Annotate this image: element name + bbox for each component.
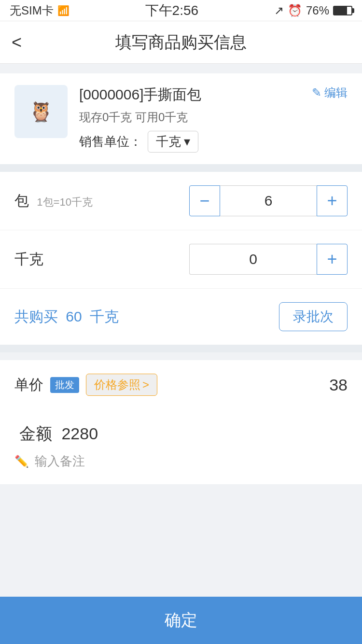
input-section: 包 1包=10千克 − + 千克 +: [0, 172, 362, 289]
wifi-icon: 📶: [57, 5, 70, 16]
kg-plus-button[interactable]: +: [317, 244, 348, 275]
unit-selector[interactable]: 千克 ▾: [148, 131, 198, 153]
battery-text: 76%: [306, 4, 329, 17]
total-text: 共购买 60 千克: [14, 307, 119, 327]
product-thumbnail: 🦉: [14, 85, 68, 138]
product-card: 🦉 [0000006]手撕面包 现存0千克 可用0千克 销售单位： 千克 ▾ ✎…: [0, 73, 362, 164]
product-name: [0000006]手撕面包: [79, 85, 348, 105]
nav-bar: < 填写商品购买信息: [0, 21, 362, 64]
carrier-text: 无SIM卡: [10, 3, 54, 18]
package-plus-button[interactable]: +: [317, 185, 348, 216]
confirm-button-label: 确定: [165, 609, 197, 631]
kg-row: 千克 +: [0, 230, 362, 289]
price-value: 38: [329, 376, 348, 394]
amount-row: 金额 2280: [14, 423, 348, 445]
product-stock: 现存0千克 可用0千克: [79, 110, 348, 125]
divider-1: [0, 164, 362, 172]
pifa-badge: 批发: [50, 377, 79, 393]
pencil-icon: ✏️: [14, 455, 29, 468]
kg-qty-control: +: [189, 244, 348, 275]
package-qty-control: − +: [189, 185, 348, 216]
unit-value: 千克: [156, 133, 181, 150]
package-qty-input[interactable]: [220, 185, 317, 216]
back-button[interactable]: <: [12, 32, 22, 53]
package-minus-button[interactable]: −: [189, 185, 220, 216]
unit-label: 销售单位：: [79, 133, 142, 150]
page-title: 填写商品购买信息: [115, 31, 247, 54]
divider-2: [0, 345, 362, 352]
alarm-icon: ⏰: [288, 4, 302, 17]
amount-section: 金额 2280 ✏️ 输入备注: [0, 409, 362, 484]
package-row: 包 1包=10千克 − +: [0, 172, 362, 230]
note-row[interactable]: ✏️ 输入备注: [14, 453, 348, 479]
price-ref-button[interactable]: 价格参照 >: [86, 374, 157, 396]
edit-button[interactable]: ✎ 编辑: [312, 85, 348, 100]
status-right: ↗ ⏰ 76%: [274, 4, 352, 17]
kg-qty-input[interactable]: [189, 244, 317, 275]
package-sub-label: 1包=10千克: [37, 196, 93, 208]
status-time: 下午2:56: [145, 1, 199, 20]
confirm-button[interactable]: 确定: [0, 597, 362, 644]
edit-icon: ✎: [312, 86, 321, 99]
amount-value: 2280: [61, 424, 98, 443]
product-info: [0000006]手撕面包 现存0千克 可用0千克 销售单位： 千克 ▾: [79, 85, 348, 153]
batch-button[interactable]: 录批次: [279, 302, 348, 331]
battery-icon: [333, 6, 352, 15]
location-icon: ↗: [274, 4, 284, 17]
total-row: 共购买 60 千克 录批次: [0, 289, 362, 345]
product-icon: 🦉: [29, 100, 53, 123]
price-ref-arrow: >: [142, 378, 149, 392]
note-placeholder: 输入备注: [35, 453, 85, 470]
kg-label: 千克: [14, 250, 189, 269]
status-bar: 无SIM卡 📶 下午2:56 ↗ ⏰ 76%: [0, 0, 362, 21]
package-label: 包 1包=10千克: [14, 191, 189, 211]
total-value: 60: [66, 308, 82, 324]
unit-dropdown-icon: ▾: [184, 134, 190, 149]
price-label: 单价 批发 价格参照 >: [14, 374, 157, 396]
product-unit-row: 销售单位： 千克 ▾: [79, 131, 348, 153]
status-left: 无SIM卡 📶: [10, 3, 70, 18]
price-section: 单价 批发 价格参照 > 38: [0, 360, 362, 409]
